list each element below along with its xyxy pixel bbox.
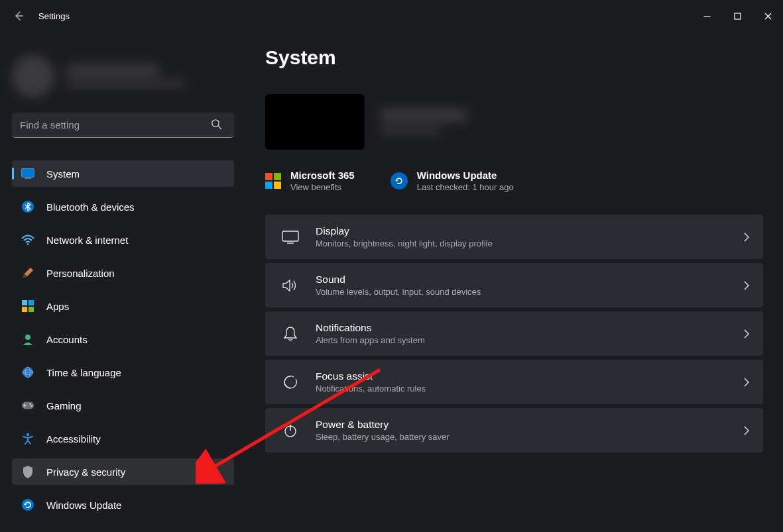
chevron-right-icon	[743, 377, 750, 388]
nav-label: Accounts	[46, 334, 88, 345]
card-title: Focus assist	[316, 370, 727, 382]
search-wrap	[12, 113, 234, 138]
bluetooth-icon	[21, 200, 34, 213]
privacy-icon	[21, 465, 34, 478]
svg-rect-12	[29, 300, 34, 305]
chevron-right-icon	[743, 280, 750, 291]
chevron-right-icon	[743, 232, 750, 242]
maximize-button[interactable]	[722, 5, 753, 27]
card-title: Sound	[316, 274, 727, 286]
power-icon	[281, 421, 300, 440]
svg-rect-2	[735, 13, 741, 19]
gaming-icon	[21, 399, 34, 412]
search-input[interactable]	[12, 113, 234, 138]
svg-point-21	[29, 403, 30, 405]
accessibility-icon	[21, 432, 34, 445]
nav-label: Personalization	[46, 268, 115, 279]
card-focus-assist[interactable]: Focus assist Notifications, automatic ru…	[265, 360, 763, 404]
close-button[interactable]	[753, 5, 783, 27]
nav-item-privacy-security[interactable]: Privacy & security	[12, 458, 234, 485]
personalization-icon	[21, 266, 34, 280]
back-button[interactable]	[11, 8, 27, 24]
svg-point-22	[31, 405, 32, 407]
settings-window: Settings System	[0, 0, 783, 532]
nav-item-gaming[interactable]: Gaming	[12, 392, 234, 419]
nav-label: System	[46, 168, 80, 180]
maximize-icon	[734, 13, 741, 20]
chevron-right-icon	[743, 425, 750, 436]
nav-label: Gaming	[46, 400, 82, 411]
profile-block[interactable]	[12, 46, 234, 106]
main-pane: System Microsoft 365 View benefits Wi	[265, 40, 763, 532]
nav-item-time-language[interactable]: Time & language	[12, 359, 234, 386]
card-title: Power & battery	[316, 419, 727, 431]
system-icon	[21, 167, 34, 180]
card-sound[interactable]: Sound Volume levels, output, input, soun…	[265, 263, 763, 307]
m365-sub: View benefits	[290, 182, 355, 192]
titlebar-left: Settings	[11, 8, 70, 24]
svg-point-10	[27, 243, 29, 245]
svg-rect-11	[22, 300, 27, 305]
profile-text	[66, 65, 186, 87]
card-sub: Monitors, brightness, night light, displ…	[316, 239, 727, 248]
nav-item-accounts[interactable]: Accounts	[12, 326, 234, 352]
svg-line-6	[218, 126, 221, 129]
page-title: System	[265, 46, 763, 69]
nav-label: Windows Update	[46, 500, 121, 511]
nav-item-apps[interactable]: Apps	[12, 293, 234, 319]
update-icon	[21, 498, 34, 511]
card-display[interactable]: Display Monitors, brightness, night ligh…	[265, 215, 763, 259]
service-row: Microsoft 365 View benefits Windows Upda…	[265, 170, 763, 192]
wu-sub: Last checked: 1 hour ago	[417, 182, 514, 192]
nav-list: System Bluetooth & devices Network & int…	[12, 160, 234, 525]
card-sub: Alerts from apps and system	[316, 335, 727, 345]
minimize-icon	[703, 13, 711, 20]
minimize-button[interactable]	[692, 5, 722, 27]
nav-label: Privacy & security	[46, 466, 125, 478]
time-language-icon	[21, 366, 34, 379]
svg-point-15	[25, 335, 30, 340]
display-icon	[281, 228, 300, 246]
notifications-icon	[281, 325, 300, 343]
svg-rect-7	[22, 169, 34, 178]
card-title: Display	[316, 225, 727, 237]
device-thumbnail	[265, 94, 365, 150]
card-notifications[interactable]: Notifications Alerts from apps and syste…	[265, 311, 763, 356]
sound-icon	[281, 276, 300, 295]
nav-item-bluetooth[interactable]: Bluetooth & devices	[12, 193, 234, 220]
settings-cards: Display Monitors, brightness, night ligh…	[265, 215, 763, 452]
nav-label: Network & internet	[46, 235, 128, 246]
svg-rect-8	[25, 178, 31, 179]
svg-point-25	[27, 433, 29, 436]
m365-title: Microsoft 365	[290, 170, 355, 181]
card-sub: Notifications, automatic rules	[316, 384, 727, 394]
card-power-battery[interactable]: Power & battery Sleep, battery usage, ba…	[265, 408, 763, 452]
search-icon	[211, 119, 222, 130]
focus-assist-icon	[281, 373, 300, 392]
wu-title: Windows Update	[417, 170, 514, 181]
left-pane: System Bluetooth & devices Network & int…	[0, 32, 242, 532]
service-microsoft-365[interactable]: Microsoft 365 View benefits	[265, 170, 355, 192]
titlebar: Settings	[0, 0, 783, 32]
nav-label: Accessibility	[46, 433, 101, 445]
nav-item-personalization[interactable]: Personalization	[12, 260, 234, 286]
nav-item-network[interactable]: Network & internet	[12, 227, 234, 253]
apps-icon	[21, 299, 34, 313]
device-text	[381, 109, 467, 134]
avatar	[12, 55, 54, 97]
app-title: Settings	[38, 11, 70, 21]
svg-point-26	[22, 499, 34, 511]
nav-item-system[interactable]: System	[12, 160, 234, 187]
nav-item-windows-update[interactable]: Windows Update	[12, 492, 234, 518]
svg-rect-27	[282, 231, 298, 241]
service-windows-update[interactable]: Windows Update Last checked: 1 hour ago	[391, 170, 514, 192]
card-sub: Sleep, battery usage, battery saver	[316, 432, 727, 442]
nav-label: Bluetooth & devices	[46, 201, 135, 213]
card-title: Notifications	[316, 322, 727, 334]
network-icon	[21, 233, 34, 246]
chevron-right-icon	[743, 329, 750, 339]
close-icon	[764, 13, 772, 20]
nav-item-accessibility[interactable]: Accessibility	[12, 425, 234, 452]
window-controls	[692, 5, 783, 27]
svg-rect-14	[29, 307, 34, 312]
